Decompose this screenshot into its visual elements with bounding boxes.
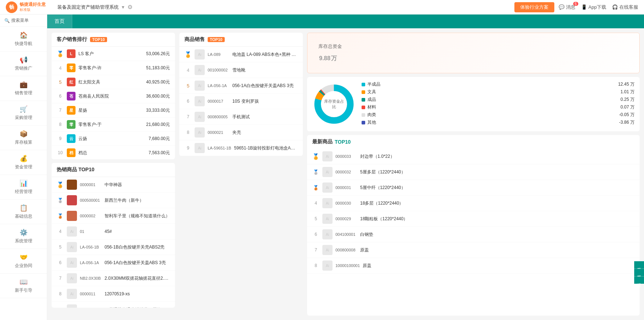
avatar: 红 xyxy=(67,78,76,86)
inventory-title: 库存总资金 xyxy=(318,43,628,50)
sidebar-item-finance[interactable]: 💰 资金管理 xyxy=(0,150,47,175)
customer-ranking-header: 客户销售排行 TOP10 xyxy=(52,33,175,47)
live-stream-button[interactable]: 直播 xyxy=(634,276,644,284)
tab-home[interactable]: 首页 xyxy=(47,15,72,28)
product-placeholder: Ai xyxy=(67,289,77,299)
hot-products-header: 热销商品 TOP10 xyxy=(52,163,175,177)
legend-item: 成品 0.25 万 xyxy=(362,97,635,103)
legend-dot xyxy=(362,98,365,102)
sidebar-item-system[interactable]: ⚙️ 系统管理 xyxy=(0,224,47,249)
rank-number: 🥉 xyxy=(312,185,319,190)
product-image xyxy=(67,180,77,190)
table-row: 4 零 零售客户-许 51,183.00元 xyxy=(52,61,175,75)
management-icon: 📊 xyxy=(20,179,28,187)
donut-chart: 库存资金占比 xyxy=(312,82,356,126)
product-placeholder: Ai xyxy=(67,226,77,237)
service-button[interactable]: 🎧 在线客服 xyxy=(612,4,638,11)
message-badge: 6 xyxy=(573,2,578,6)
product-placeholder: Ai xyxy=(195,143,205,153)
settings-icon[interactable]: ⚙ xyxy=(127,4,133,11)
list-item: 4 Ai 001000002 雪地靴 xyxy=(179,62,303,78)
product-placeholder: Ai xyxy=(322,151,333,161)
avatar: 星 xyxy=(67,106,76,115)
list-item: 🏅 0000001 中华神器 xyxy=(52,177,175,193)
dropdown-arrow-icon: ▼ xyxy=(121,5,125,10)
chart-legend: 半成品 12.45 万 文具 1.01 万 成品 0 xyxy=(362,81,635,127)
new-products-card: 最新商品 TOP10 🏅 Ai 0000033 封边带（1.0*22） 🥈 Ai xyxy=(307,135,640,316)
product-placeholder: Ai xyxy=(322,198,333,208)
medal-gold-icon: 🏅 xyxy=(57,50,64,57)
search-menu[interactable]: 🔍 搜索菜单 xyxy=(0,15,47,27)
trial-button[interactable]: 体验行业方案 xyxy=(514,2,554,12)
medal-icon: 🏅 xyxy=(312,153,319,160)
legend-item: 半成品 12.45 万 xyxy=(362,81,635,87)
customer-ranking-column: 客户销售排行 TOP10 🏅 L LS 客户 53,006.26元 xyxy=(52,33,175,316)
product-image xyxy=(67,211,77,221)
topbar: 畅 畅捷通好生意 标准版 装备及固定资产辅助管理系统 ▼ ⚙ 体验行业方案 💬 … xyxy=(0,0,644,15)
home-icon: 🏠 xyxy=(20,31,28,39)
sidebar-item-guide[interactable]: 📖 新手引导 xyxy=(0,274,47,298)
rank-number: 🥈 xyxy=(57,198,64,203)
message-button[interactable]: 💬 消息 6 xyxy=(559,4,575,11)
product-ranking-header: 商品销售 TOP10 xyxy=(179,33,303,47)
customer-top10-badge: TOP10 xyxy=(90,37,107,42)
rank-number: 9 xyxy=(57,136,64,141)
right-column: 库存总资金 9.88万 xyxy=(307,33,640,316)
sidebar-item-basic-info[interactable]: 📋 基础信息 xyxy=(0,200,47,224)
service-community-button[interactable]: 服务社区 xyxy=(634,269,644,276)
avatar: 零 xyxy=(67,63,76,72)
list-item: 9 Ai 0000028 体械嘉核味苏打饮品400毫升（1*15） xyxy=(307,274,640,276)
sidebar-item-management[interactable]: 📊 经营管理 xyxy=(0,175,47,200)
product-placeholder: Ai xyxy=(195,65,205,75)
sidebar-item-inventory[interactable]: 📦 库存核算 xyxy=(0,126,47,150)
rank-number: 4 xyxy=(312,201,319,206)
product-top10-badge: TOP10 xyxy=(208,37,225,42)
sidebar-item-marketing[interactable]: 📢 营销推广 xyxy=(0,52,47,76)
rank-number: 🥉 xyxy=(57,213,64,219)
rank-number: 6 xyxy=(184,99,192,104)
rank-number: 8 xyxy=(57,122,64,127)
rank-number: 4 xyxy=(57,229,64,234)
list-item: 🏅 Ai LA-089 电池盖 LA-089 ABS本色+黑种 7.1克 xyxy=(179,47,303,62)
sidebar-item-quicknav[interactable]: 🏠 快捷导航 xyxy=(0,27,47,52)
search-icon: 🔍 xyxy=(4,18,10,23)
customer-service-button[interactable]: 客服热线 xyxy=(634,261,644,269)
avatar: L xyxy=(67,49,76,58)
sidebar-item-purchase[interactable]: 🛒 采购管理 xyxy=(0,101,47,126)
rank-number: 7 xyxy=(312,247,319,253)
logo-sub: 标准版 xyxy=(20,7,46,12)
rank-number: 10 xyxy=(57,150,64,155)
product-placeholder: Ai xyxy=(195,49,205,60)
list-item: 🥈 Ai 0000032 5厘多层（1220*2440） xyxy=(307,164,640,180)
product-placeholder: Ai xyxy=(322,245,333,255)
sales-icon: 💼 xyxy=(20,81,28,89)
avatar: 档 xyxy=(67,148,76,157)
rank-number: 7 xyxy=(57,108,64,113)
hot-products-list: 🏅 0000001 中华神器 🥈 000500001 新西兰牛肉（新牛） xyxy=(52,177,175,308)
sidebar-item-sales[interactable]: 💼 销售管理 xyxy=(0,76,47,101)
app-download-button[interactable]: 📱 App下载 xyxy=(581,4,606,11)
system-selector[interactable]: 装备及固定资产辅助管理系统 ▼ ⚙ xyxy=(57,4,510,11)
rank-number: 7 xyxy=(57,276,64,281)
table-row: 6 苍 苍南县人民医院 36,600.00元 xyxy=(52,89,175,103)
list-item: 9 Ai LA-59651-1B 59651-1B旋转投影灯电池盒ABS黑色+5… xyxy=(179,140,303,156)
rank-number: 9 xyxy=(57,307,64,308)
medal-icon: 🏅 xyxy=(57,181,64,188)
list-item: 4 Ai 01 45# xyxy=(52,224,175,239)
rank-number: 8 xyxy=(57,291,64,296)
list-item: 7 Ai 000800008 原盖 xyxy=(307,242,640,258)
list-item: 7 Ai NB2.0X30B 2.0X30MM双搓花轴搓花直径2.1MM/ROH… xyxy=(52,271,175,286)
rank-number: 4 xyxy=(184,67,192,73)
message-icon: 💬 xyxy=(559,4,564,10)
table-row: 9 云 云扬 7,680.00元 xyxy=(52,132,175,146)
list-item: 5 Ai LA-056-1A 056-1A白色按键开关盖ABS 3壳 xyxy=(179,78,303,94)
main-layout: 🔍 搜索菜单 🏠 快捷导航 📢 营销推广 💼 销售管理 🛒 采购管理 📦 库存核… xyxy=(0,15,644,320)
legend-dot xyxy=(362,106,365,109)
rank-number: 🥈 xyxy=(312,169,319,175)
product-ranking-card: 商品销售 TOP10 🏅 Ai LA-089 电池盖 LA-089 ABS本色+… xyxy=(179,33,303,156)
system-icon: ⚙️ xyxy=(20,229,28,237)
sidebar-item-cooperation[interactable]: 🤝 企业协同 xyxy=(0,249,47,274)
cooperation-icon: 🤝 xyxy=(20,253,28,261)
legend-dot xyxy=(362,113,365,117)
customer-ranking-list: 🏅 L LS 客户 53,006.26元 4 零 零售客户-许 51,183.0… xyxy=(52,47,175,159)
